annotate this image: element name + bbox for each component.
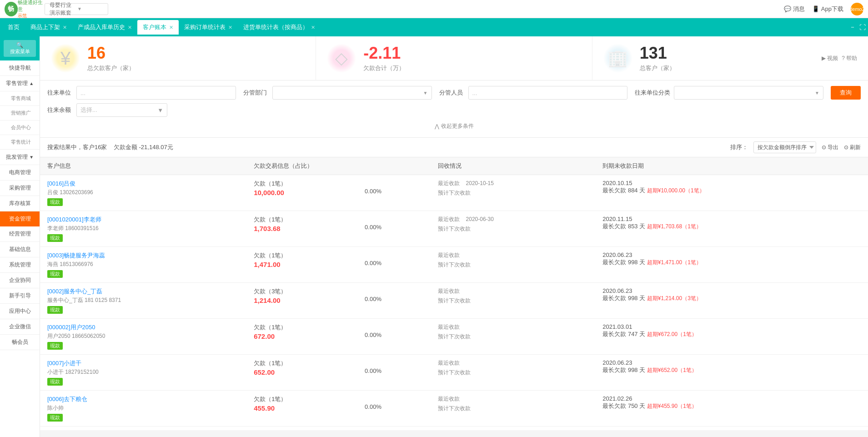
export-button[interactable]: ⊙ 导出 xyxy=(822,144,838,151)
stat-card-actions: ▶ 视频 ? 帮助 xyxy=(822,55,857,62)
sort-select[interactable]: 按欠款金额倒序排序 xyxy=(753,141,816,153)
tab-inbound-stats[interactable]: 进货单统计表（按商品） ✕ xyxy=(238,20,321,35)
customer-name-link[interactable]: [000002]用户2050 xyxy=(47,324,95,331)
sidebar-item-enterprise-wechat[interactable]: 企业微信 xyxy=(0,319,40,335)
logo-icon: 畅 xyxy=(5,2,18,16)
collapse-button[interactable]: ⋀ 收起更多条件 xyxy=(435,122,474,130)
overdue-link[interactable]: 超期¥10,000.00（1笔） xyxy=(647,187,705,194)
avatar[interactable]: demo2 xyxy=(851,3,863,15)
customer-info-cell: [0006]去下粮仓 陈小帅 现款 xyxy=(40,391,246,427)
debt-count-cell: 欠款（1笔） 672.00 xyxy=(246,319,357,355)
collapse-row: ⋀ 收起更多条件 xyxy=(47,121,861,132)
tab-close-icon[interactable]: ✕ xyxy=(63,25,67,30)
sidebar-item-retail-mall[interactable]: 零售商城 xyxy=(0,91,40,106)
sidebar-item-inventory[interactable]: 库存核算 xyxy=(0,196,40,211)
tab-product-status[interactable]: 商品上下架 ✕ xyxy=(25,20,72,35)
industry-selector[interactable]: 母婴行业演示账套 ▼ xyxy=(45,3,108,15)
table-row: [0006]去下粮仓 陈小帅 现款 欠款（1笔） 455.90 0.00% xyxy=(40,391,868,427)
sidebar-item-marketing[interactable]: 营销推广 xyxy=(0,106,40,121)
message-button[interactable]: 💬 消息 xyxy=(784,5,805,13)
sidebar-item-basic-info[interactable]: 基础信息 xyxy=(0,242,40,257)
overdue-link[interactable]: 超期¥1,214.00（3笔） xyxy=(647,295,702,301)
chevron-up-icon: ▲ xyxy=(29,81,34,86)
sidebar-item-capital-mgmt[interactable]: 资金管理 xyxy=(0,211,40,226)
maximize-icon[interactable]: ⛶ xyxy=(859,24,866,31)
customer-name-link[interactable]: [0002]服务中心_丁磊 xyxy=(47,288,102,295)
tab-close-icon[interactable]: ✕ xyxy=(228,25,232,30)
sidebar-item-purchase-mgmt[interactable]: 采购管理 xyxy=(0,181,40,196)
unit-category-select[interactable]: ▼ xyxy=(674,86,823,100)
customer-name-link[interactable]: [0003]畅捷服务尹海蕊 xyxy=(47,252,105,259)
customer-name-link[interactable]: [0001020001]李老师 xyxy=(47,216,101,223)
sidebar-item-wholesale-mgmt[interactable]: 批发管理 ▼ xyxy=(0,150,40,165)
sidebar: 🔍 搜索菜单 快捷导航 零售管理 ▲ 零售商城 营销推广 会员中心 零售统计 xyxy=(0,36,40,437)
tab-close-icon[interactable]: ✕ xyxy=(128,25,132,30)
tab-customer-account[interactable]: 客户账本 ✕ xyxy=(137,20,179,35)
due-date-cell: 2020.10.15 最长欠款 884 天 超期¥10,000.00（1笔） xyxy=(595,175,868,211)
sidebar-item-biz-mgmt[interactable]: 经营管理 xyxy=(0,226,40,242)
sidebar-item-ecommerce[interactable]: 电商管理 xyxy=(0,165,40,181)
overdue-link[interactable]: 超期¥652.00（1笔） xyxy=(647,367,697,373)
customer-name-link[interactable]: [0006]去下粮仓 xyxy=(47,396,87,402)
overdue-link[interactable]: 超期¥1,703.68（1笔） xyxy=(647,223,702,230)
sidebar-item-quick-nav[interactable]: 快捷导航 xyxy=(0,60,40,76)
overdue-link[interactable]: 超期¥455.90（1笔） xyxy=(647,403,697,409)
minimize-icon[interactable]: － xyxy=(849,23,856,31)
payment-tag: 现款 xyxy=(47,414,63,422)
filter-area: 往来单位 ... 分管部门 ▼ 分管人员 xyxy=(40,80,868,138)
debt-percent-cell: 0.00% xyxy=(357,247,431,283)
due-date-cell: 2020.06.23 最长欠款 998 天 超期¥1,471.00（1笔） xyxy=(595,247,868,283)
tab-purchase-order[interactable]: 采购订单统计表 ✕ xyxy=(179,20,238,35)
customer-contact: 海燕 18513066976 xyxy=(47,261,239,268)
sidebar-item-retail-mgmt[interactable]: 零售管理 ▲ xyxy=(0,76,40,91)
customer-info-cell: [0001020001]李老师 李老师 18600391516 现款 xyxy=(40,211,246,247)
payment-tag: 现款 xyxy=(47,234,63,242)
download-icon: 📱 xyxy=(812,5,819,12)
tab-close-icon[interactable]: ✕ xyxy=(311,25,315,30)
collect-status-cell: 最近收款 预计下次收款 xyxy=(431,247,595,283)
help-icon: ? xyxy=(842,55,845,61)
customer-contact: 陈小帅 xyxy=(47,404,239,412)
stat-content-debt-amount: -2.11 欠款合计（万） xyxy=(363,44,405,72)
video-button[interactable]: ▶ 视频 xyxy=(822,55,838,62)
sidebar-item-enterprise-collab[interactable]: 企业协同 xyxy=(0,273,40,288)
sidebar-item-vip-member[interactable]: 畅会员 xyxy=(0,335,40,350)
search-menu-button[interactable]: 🔍 搜索菜单 xyxy=(4,40,36,57)
sidebar-item-member[interactable]: 会员中心 xyxy=(0,121,40,135)
results-summary: 搜索结果中，客户16家 欠款金额 -21,148.07元 xyxy=(47,143,730,151)
refresh-button[interactable]: ⊙ 刷新 xyxy=(844,144,861,151)
top-bar: 畅 畅捷通好生意 示范 母婴行业演示账套 ▼ 💬 消息 📱 App下载 demo… xyxy=(0,0,868,18)
total-customers-label: 总客户（家） xyxy=(640,64,675,72)
stats-row: ¥ 16 总欠款客户（家） ◇ -2.11 欠款合计（万） xyxy=(40,36,868,80)
tab-close-icon[interactable]: ✕ xyxy=(169,25,173,30)
branch-dept-select[interactable]: ▼ xyxy=(272,86,432,100)
overdue-link[interactable]: 超期¥1,471.00（1笔） xyxy=(647,259,702,266)
tab-production-history[interactable]: 产成品入库单历史 ✕ xyxy=(72,20,137,35)
debt-amount-number: -2.11 xyxy=(363,44,405,62)
customer-name-link[interactable]: [0016]吕俊 xyxy=(47,180,75,187)
col-customer-info: 客户信息 xyxy=(40,157,246,175)
tab-home[interactable]: 首页 xyxy=(2,20,25,35)
help-button[interactable]: ? 帮助 xyxy=(842,55,857,62)
customer-name-link[interactable]: [0007]小进干 xyxy=(47,360,81,367)
app-download-button[interactable]: 📱 App下载 xyxy=(812,5,843,13)
sidebar-item-app-center[interactable]: 应用中心 xyxy=(0,304,40,319)
overdue-link[interactable]: 超期¥672.00（1笔） xyxy=(647,331,697,337)
balance-dropdown[interactable]: 选择... ▼ xyxy=(76,103,167,117)
nav-tabs-bar: 首页 商品上下架 ✕ 产成品入库单历史 ✕ 客户账本 ✕ 采购订单统计表 ✕ 进… xyxy=(0,18,868,36)
debt-percent-cell: 0.00% xyxy=(357,319,431,355)
data-table: 客户信息 欠款交易信息（占比） 回收情况 到期未收款日期 [0016]吕俊 吕俊… xyxy=(40,157,868,430)
query-button[interactable]: 查询 xyxy=(831,86,861,100)
collect-status-cell: 最近收款 预计下次收款 xyxy=(431,427,595,431)
filter-balance: 往来余额 选择... ▼ xyxy=(47,103,861,117)
sidebar-item-system-mgmt[interactable]: 系统管理 xyxy=(0,257,40,273)
branch-person-input[interactable]: ... xyxy=(468,86,628,100)
source-unit-input[interactable]: ... xyxy=(76,86,236,100)
filter-source-unit-label: 往来单位 xyxy=(47,89,73,97)
col-due-date: 到期未收款日期 xyxy=(595,157,868,175)
collect-status-cell: 最近收款 预计下次收款 xyxy=(431,355,595,391)
sidebar-item-retail-stats[interactable]: 零售统计 xyxy=(0,135,40,150)
table-body: [0016]吕俊 吕俊 13026203696 现款 欠款（1笔） 10,000… xyxy=(40,175,868,431)
collect-status-cell: 最近收款 2020-06-30 预计下次收款 xyxy=(431,211,595,247)
sidebar-item-new-guide[interactable]: 新手引导 xyxy=(0,288,40,304)
